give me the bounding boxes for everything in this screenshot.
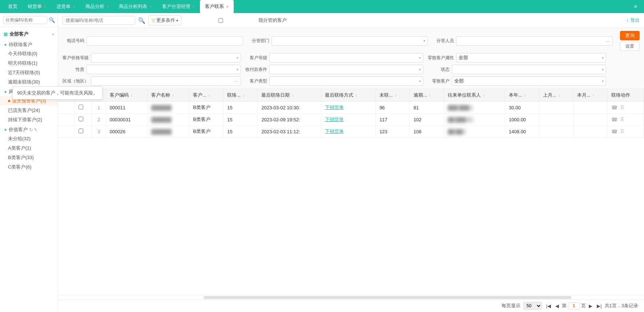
my-customers-checkbox[interactable] xyxy=(184,18,257,23)
sidebar-item-declining[interactable]: 持续下滑客户(2) xyxy=(0,115,58,125)
th-last-date[interactable]: 最后联络日期 ↕ xyxy=(258,89,321,102)
th-type[interactable]: 客户... ↕ xyxy=(189,89,224,102)
nav-sales-order[interactable]: 销货单 × xyxy=(23,0,51,13)
horizontal-scrollbar[interactable] xyxy=(58,295,644,299)
customer-type-select[interactable]: ▾ xyxy=(269,76,424,86)
search-icon[interactable]: 🔍 xyxy=(138,17,145,24)
next-page-button[interactable]: ▶ xyxy=(587,303,594,309)
gender-select[interactable]: ▾ xyxy=(86,65,241,74)
sidebar-item-b-class[interactable]: B类客户(33) xyxy=(0,153,58,162)
sidebar-item-tomorrow-pending[interactable]: 明天待联络(1) xyxy=(0,58,58,68)
gender-field: 性质 ▾ xyxy=(63,65,241,74)
cell-checkbox[interactable] xyxy=(75,114,92,126)
th-contacts[interactable]: 往来单位联系人 ↕ xyxy=(444,89,505,102)
edit-icon[interactable]: ✎ xyxy=(34,127,38,133)
page-number-input[interactable] xyxy=(568,302,580,309)
more-action-icon[interactable]: ⠿ xyxy=(620,105,624,110)
sidebar-item-a-class[interactable]: A类客户(1) xyxy=(0,143,58,153)
level-field: 客户等级 ▾ xyxy=(245,53,424,62)
level-select[interactable]: ▾ xyxy=(269,53,424,62)
first-page-button[interactable]: |◀ xyxy=(545,303,552,309)
tooltip: 90天未交易的客户，可能有流失风险。 xyxy=(12,86,102,100)
sort-icon: ↕ xyxy=(429,93,431,97)
row-checkbox[interactable] xyxy=(79,129,83,133)
close-icon[interactable]: × xyxy=(106,4,109,9)
th-this-year[interactable]: 本年... ↕ xyxy=(505,89,539,102)
zero-attr-select[interactable]: 全部 ▾ xyxy=(456,53,606,62)
dots-icon[interactable]: ··· xyxy=(606,38,610,44)
sidebar-item-churned[interactable]: 已流失客户(24) xyxy=(0,106,58,115)
cell-checkbox[interactable] xyxy=(75,102,92,114)
export-button[interactable]: ↑ 导出 xyxy=(627,17,640,24)
contact-icon[interactable]: ☎ xyxy=(611,105,617,110)
more-conditions-button[interactable]: ▽ 更多条件 ▾ xyxy=(148,15,181,25)
payment-select[interactable]: ▾ xyxy=(269,65,424,74)
sidebar-item-c-class[interactable]: C类客户(6) xyxy=(0,162,58,172)
sidebar-item-ungrouped[interactable]: 未分组(32) xyxy=(0,134,58,143)
price-level-select[interactable]: ▾ xyxy=(91,53,241,62)
sidebar-group-pending[interactable]: ▼ 待联络客户 xyxy=(0,40,58,49)
sidebar-item-overdue-contact[interactable]: 逾期未联络(30) xyxy=(0,77,58,87)
close-icon[interactable]: × xyxy=(149,4,152,9)
payment-label: 收付款条件 xyxy=(245,66,267,73)
status-label: 状态 xyxy=(428,66,450,73)
nav-product-analysis[interactable]: 商品分析 × xyxy=(80,0,114,13)
refresh-icon[interactable]: ↻ xyxy=(29,127,33,133)
nav-product-analysis-list[interactable]: 商品分析列表 × xyxy=(114,0,157,13)
close-all-button[interactable]: × xyxy=(630,3,641,11)
export-icon: ↑ xyxy=(627,18,629,23)
sidebar-all-customers[interactable]: ⊞ 全部客户 « xyxy=(0,29,58,40)
row-checkbox[interactable] xyxy=(79,117,83,121)
dots-icon[interactable]: ··· xyxy=(234,78,238,84)
sidebar-item-7days-pending[interactable]: 近7天待联络(0) xyxy=(0,68,58,77)
nav-purchase-order[interactable]: 进货单 × xyxy=(51,0,80,13)
nav-customer-contact[interactable]: 客户联系 × xyxy=(200,0,233,13)
last-page-button[interactable]: ▶| xyxy=(595,303,603,309)
chevron-down-icon: ▾ xyxy=(419,79,421,83)
th-contact[interactable]: 联络... ↕ xyxy=(224,89,258,102)
th-overdue[interactable]: 逾期... ↕ xyxy=(410,89,444,102)
status-select[interactable]: ▾ xyxy=(452,65,606,74)
query-button[interactable]: 查询 xyxy=(620,31,640,40)
th-code[interactable]: 客户编码 ↕ xyxy=(106,89,148,102)
manager-select[interactable]: ··· xyxy=(456,36,613,46)
cell-last-method[interactable]: 下销货单 xyxy=(321,114,375,126)
settings-button[interactable]: 设置 xyxy=(620,42,640,51)
dept-select[interactable]: ▾ xyxy=(271,36,428,46)
cell-last-method[interactable]: 下销货单 xyxy=(321,102,375,114)
sidebar-search-input[interactable] xyxy=(3,16,47,24)
contact-icon[interactable]: ☎ xyxy=(611,117,617,122)
close-icon[interactable]: × xyxy=(193,4,195,9)
sort-icon: ↕ xyxy=(395,93,397,97)
th-last-method[interactable]: 最后联络方式 ↕ xyxy=(321,89,375,102)
sidebar-search-icon[interactable]: 🔍 xyxy=(49,17,55,23)
th-name[interactable]: 客户名称 ↕ xyxy=(148,89,189,102)
sidebar-item-today-pending[interactable]: 今天待联络(0) xyxy=(0,49,58,58)
close-icon[interactable]: × xyxy=(73,4,75,9)
area-label: 区域（地区） xyxy=(63,78,89,84)
cell-this-month xyxy=(573,102,607,114)
nav-home[interactable]: 首页 xyxy=(3,0,23,13)
collapse-icon[interactable]: « xyxy=(52,32,54,36)
close-icon[interactable]: × xyxy=(44,4,46,9)
cell-settings xyxy=(58,114,75,126)
more-action-icon[interactable]: ⠿ xyxy=(620,129,624,134)
th-this-month[interactable]: 本月... ↕ xyxy=(573,89,607,102)
close-icon[interactable]: × xyxy=(226,4,228,9)
nav-customer-tier[interactable]: 客户分层经营 × xyxy=(157,0,200,13)
th-last-month[interactable]: 上月... ↕ xyxy=(539,89,573,102)
cell-last-method[interactable]: 下销货单 xyxy=(321,126,375,138)
prev-page-button[interactable]: ◀ xyxy=(554,303,560,309)
phone-input[interactable] xyxy=(86,36,243,46)
cell-checkbox[interactable] xyxy=(75,126,92,138)
zero-customer-select[interactable]: 全部 ▾ xyxy=(452,76,606,86)
row-checkbox[interactable] xyxy=(79,105,83,109)
area-select[interactable]: ··· xyxy=(91,76,241,86)
th-not-contacted[interactable]: 未联... ↕ xyxy=(376,89,410,102)
per-page-select[interactable]: 50 100 200 xyxy=(523,302,542,310)
sidebar-group-value[interactable]: ▼ 价值客户 ↻ ✎ xyxy=(0,125,58,134)
contact-icon[interactable]: ☎ xyxy=(611,129,617,134)
my-customers-checkbox-label[interactable]: 我分管的客户 xyxy=(184,17,287,24)
search-input[interactable] xyxy=(63,16,135,25)
more-action-icon[interactable]: ⠿ xyxy=(620,117,624,122)
